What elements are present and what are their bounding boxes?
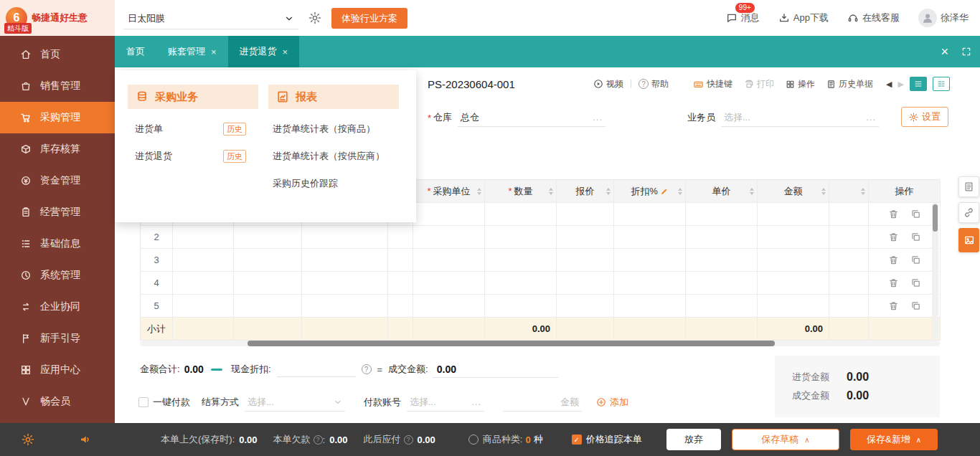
table-cell[interactable] (388, 226, 413, 249)
image-tool-button[interactable] (958, 228, 979, 252)
vertical-scrollbar-thumb[interactable] (933, 204, 938, 232)
table-cell[interactable] (413, 272, 485, 295)
copy-row-icon[interactable] (910, 300, 921, 311)
copy-row-icon[interactable] (910, 232, 921, 242)
table-cell[interactable] (686, 249, 758, 272)
table-cell[interactable] (173, 249, 234, 272)
col-unit-price[interactable]: 单价 (686, 180, 758, 203)
table-cell[interactable] (614, 295, 686, 318)
copy-row-icon[interactable] (910, 277, 921, 288)
sort-icon[interactable] (477, 188, 481, 195)
horizontal-scrollbar-thumb[interactable] (248, 341, 775, 346)
table-cell[interactable] (413, 295, 485, 318)
user-menu[interactable]: 徐泽华 (918, 9, 969, 27)
sidebar-item-home[interactable]: 首页 (0, 39, 115, 70)
table-cell[interactable] (829, 226, 869, 249)
link-tool-button[interactable] (958, 202, 979, 223)
sort-icon[interactable] (821, 188, 826, 195)
cash-discount-input[interactable] (277, 361, 356, 377)
sidebar-item-funds[interactable]: 资金管理 (0, 165, 115, 196)
close-all-icon[interactable]: × (941, 45, 948, 58)
warehouse-picker-dots-icon[interactable] (593, 112, 603, 123)
table-cell[interactable] (413, 203, 485, 226)
table-cell[interactable] (302, 226, 388, 249)
info-circle-icon[interactable] (314, 435, 323, 445)
table-cell[interactable] (234, 295, 302, 318)
col-amount[interactable]: 金额 (758, 180, 829, 203)
next-document-icon[interactable] (898, 80, 904, 89)
warehouse-input[interactable]: 总仓 (458, 108, 606, 127)
salesman-picker-dots-icon[interactable] (866, 112, 876, 123)
table-cell[interactable] (758, 249, 829, 272)
collapse-dash-icon[interactable] (211, 369, 222, 371)
add-payment-button[interactable]: 添加 (596, 396, 628, 409)
sidebar-item-purchase[interactable]: 采购管理 (0, 102, 115, 133)
sidebar-item-base-info[interactable]: 基础信息 (0, 228, 115, 260)
settings-button[interactable]: 设置 (901, 107, 948, 127)
col-quote[interactable]: 报价 (557, 180, 614, 203)
table-cell[interactable] (557, 226, 614, 249)
account-picker-dots-icon[interactable] (471, 396, 481, 407)
table-cell[interactable] (485, 203, 557, 226)
table-cell[interactable] (234, 249, 302, 272)
history-tag[interactable]: 历史 (223, 150, 246, 163)
delete-row-icon[interactable] (888, 255, 899, 265)
help-button[interactable]: 帮助 (639, 78, 669, 90)
one-click-pay-checkbox[interactable] (138, 397, 149, 407)
save-draft-button[interactable]: 保存草稿 (732, 429, 839, 450)
tab-account-management[interactable]: 账套管理 × (156, 36, 228, 67)
account-set-select[interactable]: 日太阳膜 (123, 8, 298, 29)
sort-icon[interactable] (549, 188, 553, 195)
history-documents-button[interactable]: 历史单据 (826, 78, 873, 90)
note-tool-button[interactable] (958, 176, 979, 197)
table-cell[interactable] (557, 203, 614, 226)
horizontal-scrollbar[interactable] (140, 341, 940, 346)
account-settings-gear-icon[interactable] (308, 11, 321, 24)
price-track-checkbox[interactable] (572, 434, 582, 445)
view-mode-detail-toggle[interactable] (933, 77, 950, 91)
table-cell[interactable] (557, 295, 614, 318)
table-cell[interactable] (614, 249, 686, 272)
messages-button[interactable]: 99+ 消息 (726, 11, 760, 24)
sidebar-item-app-center[interactable]: 应用中心 (0, 354, 115, 386)
menu-item-price-history[interactable]: 采购历史价跟踪 (273, 176, 406, 191)
table-cell[interactable] (485, 226, 557, 249)
sidebar-item-member[interactable]: 畅会员 (0, 386, 115, 417)
table-cell[interactable] (557, 272, 614, 295)
table-cell[interactable] (173, 272, 234, 295)
warehouse-field[interactable]: * 仓库 总仓 (428, 108, 606, 127)
table-cell[interactable] (758, 295, 829, 318)
question-circle-icon[interactable] (362, 364, 372, 374)
table-cell[interactable] (234, 272, 302, 295)
table-cell[interactable] (686, 203, 758, 226)
close-tab-icon[interactable]: × (283, 47, 288, 57)
delete-row-icon[interactable] (888, 300, 899, 311)
sort-icon[interactable] (861, 188, 865, 195)
online-service-button[interactable]: 在线客服 (847, 11, 900, 24)
table-cell[interactable] (686, 272, 758, 295)
delete-row-icon[interactable] (888, 277, 899, 288)
salesman-input[interactable]: 选择... (721, 108, 879, 127)
print-button[interactable]: 打印 (744, 78, 774, 90)
save-and-new-button[interactable]: 保存&新增 (850, 429, 938, 450)
col-purchase-unit[interactable]: *采购单位 (413, 180, 485, 203)
table-cell[interactable] (388, 272, 413, 295)
settle-method-select[interactable]: 选择... (245, 393, 345, 412)
copy-row-icon[interactable] (910, 209, 921, 219)
prev-document-icon[interactable] (886, 80, 892, 89)
table-cell[interactable] (829, 249, 869, 272)
table-cell[interactable] (302, 295, 388, 318)
menu-item-purchase-order[interactable]: 进货单 历史 (135, 122, 246, 136)
table-cell[interactable] (388, 249, 413, 272)
table-cell[interactable] (173, 226, 234, 249)
sidebar-item-guide[interactable]: 新手引导 (0, 323, 115, 354)
col-extra[interactable] (829, 180, 869, 203)
table-cell[interactable] (614, 272, 686, 295)
menu-item-stats-by-product[interactable]: 进货单统计表（按商品） (273, 122, 406, 136)
sidebar-item-collaboration[interactable]: 企业协同 (0, 291, 115, 323)
table-cell[interactable] (413, 249, 485, 272)
table-cell[interactable] (302, 249, 388, 272)
vertical-scrollbar[interactable] (932, 203, 938, 339)
sidebar-item-sales[interactable]: 销售管理 (0, 70, 115, 102)
sort-icon[interactable] (750, 188, 754, 195)
